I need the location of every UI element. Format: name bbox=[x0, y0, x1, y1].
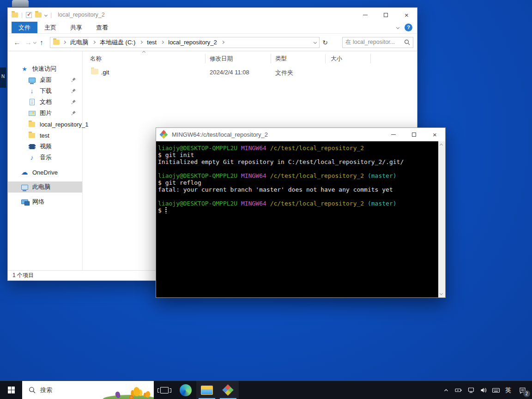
breadcrumb-chevron-icon[interactable] bbox=[92, 41, 96, 44]
scroll-up-icon[interactable] bbox=[440, 144, 443, 147]
minimize-button[interactable] bbox=[355, 8, 375, 22]
explorer-caption-buttons: × bbox=[355, 8, 417, 22]
sidebar-item-documents[interactable]: 文档 bbox=[8, 97, 82, 108]
sidebar-item-network[interactable]: 网络 bbox=[8, 196, 82, 207]
desktop-icon-label-fragment: N bbox=[0, 67, 6, 88]
pin-icon bbox=[71, 99, 76, 104]
explorer-search-box[interactable]: 在 local_repositor... bbox=[342, 37, 413, 48]
breadcrumb-local-repository-2[interactable]: local_repository_2 bbox=[167, 39, 218, 46]
tray-volume-button[interactable] bbox=[477, 381, 490, 399]
sidebar-item-quick-access[interactable]: ★ 快速访问 bbox=[8, 63, 82, 74]
tab-share[interactable]: 共享 bbox=[63, 22, 89, 33]
column-header-date-modified[interactable]: 修改日期 bbox=[210, 55, 233, 63]
terminal-input-line[interactable]: $ bbox=[158, 207, 438, 214]
close-button[interactable]: × bbox=[396, 8, 417, 22]
address-dropdown-chevron-icon[interactable] bbox=[314, 41, 317, 44]
windows-logo-icon bbox=[8, 387, 15, 393]
explorer-app-icon bbox=[12, 12, 18, 18]
breadcrumb-chevron-icon[interactable] bbox=[161, 41, 164, 44]
terminal-output[interactable]: liaojy@DESKTOP-QMPPL2U MINGW64 /c/test/l… bbox=[156, 141, 438, 297]
minimize-button[interactable] bbox=[383, 128, 404, 141]
column-header-type[interactable]: 类型 bbox=[275, 55, 287, 63]
explorer-titlebar[interactable]: | | local_repository_2 × bbox=[8, 8, 417, 22]
sidebar-item-local-repository-1[interactable]: local_repository_1 bbox=[8, 119, 82, 130]
sidebar-item-label: 视频 bbox=[40, 142, 52, 151]
navigation-toolbar: ← → ↑ 此电脑 本地磁盘 (C:) test local_repositor… bbox=[8, 34, 417, 51]
properties-check-icon[interactable] bbox=[26, 12, 32, 18]
desktop-icon bbox=[29, 78, 36, 83]
refresh-icon[interactable]: ↻ bbox=[320, 39, 331, 46]
ethernet-icon bbox=[467, 387, 475, 394]
back-icon[interactable]: ← bbox=[12, 38, 23, 46]
sidebar-item-label: 桌面 bbox=[40, 76, 52, 84]
terminal-scrollbar[interactable] bbox=[438, 141, 445, 297]
pin-icon bbox=[71, 88, 76, 93]
titlebar-divider: | bbox=[21, 12, 23, 18]
terminal-command: $ git reflog bbox=[158, 179, 438, 186]
sidebar-item-label: 此电脑 bbox=[32, 183, 50, 191]
breadcrumb-chevron-icon[interactable] bbox=[63, 41, 66, 44]
tab-file[interactable]: 文件 bbox=[12, 22, 37, 33]
git-bash-window: MINGW64:/c/test/local_repository_2 × lia… bbox=[156, 127, 446, 298]
tray-expand-button[interactable] bbox=[440, 381, 452, 399]
edge-browser-button[interactable] bbox=[175, 381, 196, 399]
close-button[interactable]: × bbox=[424, 128, 445, 141]
breadcrumb-chevron-icon[interactable] bbox=[139, 41, 143, 44]
sidebar-item-label: 下载 bbox=[40, 87, 52, 95]
sidebar-item-pictures[interactable]: 图片 bbox=[8, 108, 82, 119]
terminal-titlebar[interactable]: MINGW64:/c/test/local_repository_2 × bbox=[156, 128, 445, 141]
edge-icon bbox=[180, 384, 192, 396]
maximize-button[interactable] bbox=[375, 8, 396, 22]
sidebar-item-this-pc[interactable]: 此电脑 bbox=[8, 181, 82, 193]
tab-view[interactable]: 查看 bbox=[89, 22, 115, 33]
scroll-down-icon[interactable] bbox=[440, 292, 443, 295]
column-header-size[interactable]: 大小 bbox=[331, 55, 342, 63]
quick-access-toolbar: | | local_repository_2 bbox=[12, 12, 105, 18]
pin-icon bbox=[71, 110, 76, 115]
tray-ime-indicator[interactable]: 英 bbox=[502, 381, 514, 399]
file-row-git[interactable]: .git 2024/2/4 11:08 文件夹 bbox=[84, 67, 412, 78]
sidebar-item-music[interactable]: ♪ 音乐 bbox=[8, 152, 82, 163]
sidebar-item-downloads[interactable]: ↓ 下载 bbox=[8, 85, 82, 97]
terminal-command: $ git init bbox=[158, 151, 438, 158]
start-button[interactable] bbox=[0, 381, 22, 399]
tray-network-button[interactable] bbox=[465, 381, 477, 399]
action-center-button[interactable]: 2 bbox=[514, 381, 530, 399]
download-icon: ↓ bbox=[28, 87, 36, 95]
qat-customize-chevron-icon[interactable] bbox=[44, 13, 48, 16]
task-view-button[interactable] bbox=[154, 381, 175, 399]
breadcrumb-chevron-icon[interactable] bbox=[221, 41, 224, 44]
git-bash-taskbar-button[interactable] bbox=[218, 381, 239, 399]
column-headers: 名称 修改日期 类型 大小 bbox=[83, 53, 417, 64]
tray-touch-keyboard-button[interactable] bbox=[490, 381, 502, 399]
search-icon bbox=[29, 387, 36, 393]
taskbar-search-box[interactable]: 搜索 bbox=[22, 381, 154, 399]
ribbon-collapse-chevron-icon[interactable] bbox=[396, 26, 399, 29]
breadcrumb-test[interactable]: test bbox=[146, 39, 157, 46]
maximize-button[interactable] bbox=[404, 128, 424, 141]
terminal-prompt-line: liaojy@DESKTOP-QMPPL2U MINGW64 /c/test/l… bbox=[158, 200, 438, 207]
computer-icon bbox=[21, 185, 28, 190]
new-folder-icon[interactable] bbox=[35, 12, 42, 18]
sidebar-item-onedrive[interactable]: ☁ OneDrive bbox=[8, 167, 82, 178]
address-bar[interactable]: 此电脑 本地磁盘 (C:) test local_repository_2 bbox=[50, 37, 320, 48]
taskbar-search-label: 搜索 bbox=[40, 386, 52, 394]
forward-icon[interactable]: → bbox=[23, 38, 34, 46]
tray-battery-button[interactable] bbox=[452, 381, 465, 399]
help-icon[interactable]: ? bbox=[405, 24, 412, 31]
tab-home[interactable]: 主页 bbox=[37, 22, 63, 33]
sidebar-item-desktop[interactable]: 桌面 bbox=[8, 74, 82, 85]
breadcrumb-this-pc[interactable]: 此电脑 bbox=[69, 38, 89, 47]
up-icon[interactable]: ↑ bbox=[36, 38, 47, 46]
navigation-pane: ★ 快速访问 桌面 ↓ 下载 文档 bbox=[8, 51, 83, 270]
sidebar-item-label: 快速访问 bbox=[32, 65, 56, 73]
sidebar-item-videos[interactable]: 视频 bbox=[8, 141, 82, 152]
sidebar-item-test[interactable]: test bbox=[8, 130, 82, 141]
sidebar-item-label: test bbox=[40, 132, 49, 139]
breadcrumb-local-disk-c[interactable]: 本地磁盘 (C:) bbox=[99, 38, 136, 47]
file-explorer-taskbar-button[interactable] bbox=[196, 381, 218, 399]
ribbon-tab-strip: 文件 主页 共享 查看 ? bbox=[8, 22, 417, 34]
sidebar-item-label: 网络 bbox=[32, 198, 44, 206]
column-header-name[interactable]: 名称 bbox=[90, 55, 102, 63]
terminal-window-title: MINGW64:/c/test/local_repository_2 bbox=[172, 131, 268, 138]
